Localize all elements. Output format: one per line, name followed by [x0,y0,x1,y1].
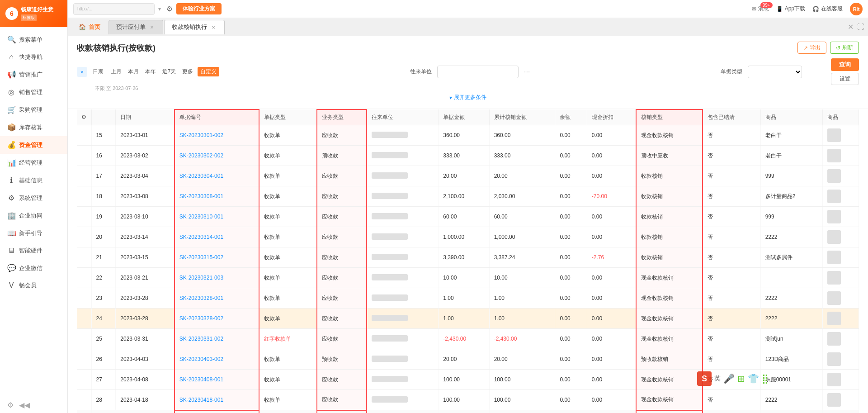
code-link[interactable]: SK-20230321-003 [179,275,223,281]
col-amount[interactable]: 单据金额 [439,109,489,125]
sidebar-item-basic[interactable]: ℹ基础信息 [0,171,67,189]
row-goods1: 2222 [760,309,822,329]
tab-prepay[interactable]: 预计应付单 ✕ [108,20,163,34]
code-link[interactable]: SK-20230328-001 [179,295,223,301]
code-link[interactable]: SK-20230314-001 [179,234,223,240]
maximize-icon[interactable]: ⛶ [857,23,864,31]
sidebar-item-quicknav[interactable]: ⌂快捷导航 [0,48,67,66]
row-partner [367,349,439,370]
voucher-type-label: 单据类型 [721,68,742,76]
row-code: SK-20230301-002 [175,125,259,146]
url-dropdown-icon[interactable]: ▾ [158,6,161,12]
sidebar-item-purchase[interactable]: 🛒采购管理 [0,101,67,119]
solution-button[interactable]: 体验行业方案 [176,3,222,14]
date-opt-last-month[interactable]: 上月 [109,67,123,76]
date-opt-more[interactable]: 更多 [180,67,195,76]
code-link[interactable]: SK-20230408-001 [179,376,223,383]
sidebar-item-sales[interactable]: ◎销售管理 [0,83,67,101]
table-row: 17 2023-03-04 SK-20230304-001 收款单 应收款 20… [77,166,859,186]
search-icon: 🔍 [7,35,15,44]
sidebar-item-guide[interactable]: 📖新手引导 [0,224,67,242]
col-date[interactable]: 日期 [116,109,175,125]
col-verify[interactable]: 核销类型 [636,109,703,125]
col-settings-cell [77,268,91,288]
query-button[interactable]: 查询 [831,58,859,71]
tab-home[interactable]: 🏠 首页 [71,20,108,34]
row-biz: 应收款 [317,268,367,288]
date-opt-this-month[interactable]: 本月 [126,67,141,76]
user-avatar[interactable]: Rit [850,3,863,15]
app-download-button[interactable]: 📱 App下载 [776,5,805,13]
code-link[interactable]: SK-20230328-002 [179,315,223,322]
col-biz[interactable]: 业务类型 [317,109,367,125]
sidebar-item-wechat[interactable]: 💬企业微信 [0,259,67,277]
row-type: 收款单 [259,288,317,309]
col-goods2[interactable]: 商品 [823,109,859,125]
collapse-icon[interactable]: ◀◀ [19,401,30,409]
expand-more-button[interactable]: ▾ 展开更多条件 [449,94,486,101]
hardware-icon: 🖥 [7,247,15,255]
row-amount: 60.00 [439,207,489,227]
url-bar[interactable]: http://... [73,3,155,15]
sidebar-item-finance[interactable]: 💰资金管理 [0,136,67,154]
code-link[interactable]: SK-20230304-001 [179,173,223,179]
sidebar-item-marketing[interactable]: 📢营销推广 [0,66,67,83]
tab-collection-close[interactable]: ✕ [210,24,217,31]
tab-prepay-close[interactable]: ✕ [148,24,156,31]
company-icon: 🏢 [7,211,15,220]
sidebar-item-inventory[interactable]: 📦库存核算 [0,119,67,136]
filter-settings-button[interactable]: 设置 [831,73,859,85]
sidebar-item-hardware[interactable]: 🖥智能硬件 [0,242,67,259]
watermark-shirt: 👕 [748,373,759,384]
date-opt-this-year[interactable]: 本年 [143,67,158,76]
export-button[interactable]: ↗ 导出 [797,42,826,54]
row-balance: 0.00 [555,207,587,227]
voucher-type-select[interactable] [748,66,802,78]
code-link[interactable]: SK-20230301-002 [179,132,223,138]
code-link[interactable]: SK-20230302-002 [179,152,223,159]
col-partner[interactable]: 往来单位 [367,109,439,125]
filter-row-1: » 日期 上月 本月 本年 近7天 更多 自定义 往来单位 ··· 单据类型 [77,58,859,85]
settings-icon[interactable]: ⚙ [7,401,14,409]
tab-collection[interactable]: 收款核销执行 ✕ [164,20,225,34]
row-verify: 现金收款核销 [636,309,703,329]
purchase-icon: 🛒 [7,105,15,114]
col-closed[interactable]: 包含已结清 [703,109,760,125]
sidebar-item-business[interactable]: 📊经营管理 [0,154,67,171]
message-button[interactable]: ✉ 消息 99+ [752,5,769,13]
col-accum[interactable]: 累计核销金额 [489,109,555,125]
date-opt-custom[interactable]: 自定义 [198,67,219,76]
code-link[interactable]: SK-20230310-001 [179,214,223,220]
watermark-text: 英 [714,375,721,383]
date-opt-7days[interactable]: 近7天 [160,67,178,76]
filter-expand-button[interactable]: » [77,67,87,77]
close-all-icon[interactable]: ✕ [848,23,854,31]
counterparty-input[interactable] [437,66,519,78]
col-type[interactable]: 单据类型 [259,109,317,125]
table-row: 25 2023-03-31 SK-20230331-002 红字收款单 应收款 … [77,329,859,349]
sidebar-label-inventory: 库存核算 [19,123,42,132]
more-options-icon[interactable]: ··· [524,68,530,76]
refresh-button[interactable]: ↺ 刷新 [830,42,859,54]
code-link[interactable]: SK-20230308-001 [179,193,223,199]
sidebar-item-member[interactable]: V畅会员 [0,277,67,294]
row-code: SK-20230302-002 [175,146,259,166]
sidebar-item-system[interactable]: ⚙系统管理 [0,189,67,207]
online-service-button[interactable]: 🎧 在线客服 [812,5,843,13]
code-link[interactable]: SK-20230331-002 [179,336,223,342]
topbar-gear-icon[interactable]: ⚙ [166,5,173,13]
sidebar-item-company[interactable]: 🏢企业协同 [0,207,67,224]
col-goods1[interactable]: 商品 [760,109,822,125]
row-goods1: 2222 [760,390,822,410]
col-settings[interactable]: ⚙ [77,109,91,125]
code-link[interactable]: SK-20230315-002 [179,254,223,261]
col-code[interactable]: 单据编号 [175,109,259,125]
code-link[interactable]: SK-20230403-002 [179,356,223,362]
row-num: 26 [91,349,116,370]
col-balance[interactable]: 余额 [555,109,587,125]
row-type: 收款单 [259,227,317,247]
col-discount[interactable]: 现金折扣 [587,109,636,125]
row-type: 收款单 [259,186,317,207]
code-link[interactable]: SK-20230418-001 [179,397,223,403]
sidebar-item-search[interactable]: 🔍搜索菜单 [0,31,67,48]
